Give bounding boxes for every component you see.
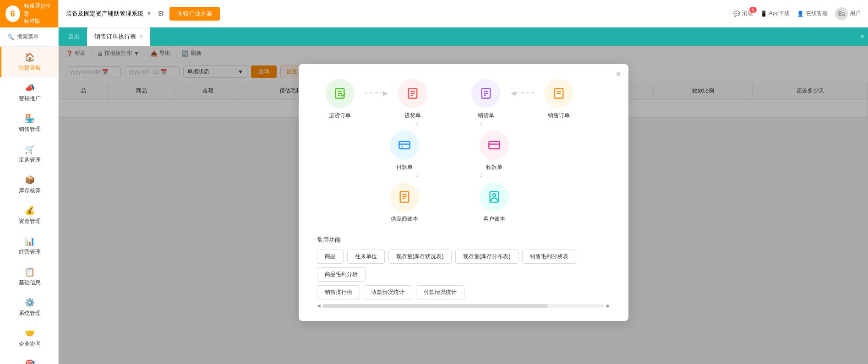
- function-buttons-row2: 销售排行榜 收款情况统计 付款情况统计: [317, 285, 610, 299]
- main-area: 装备及固定资产辅助管理系统 ▼ ⚙ 体验行业方案 💬 消息 5 📱 App下载 …: [59, 0, 868, 364]
- experience-button[interactable]: 体验行业方案: [169, 7, 220, 21]
- logo-text: 畅康通好生意 标准版: [24, 2, 53, 25]
- sidebar-item-inventory[interactable]: 📦 库存核算: [0, 169, 58, 200]
- basic-icon: 📋: [25, 267, 35, 277]
- svg-rect-8: [399, 141, 409, 149]
- sidebar-item-enterprise[interactable]: 🤝 企业协同: [0, 323, 58, 353]
- func-btn-8[interactable]: 付款情况统计: [416, 285, 464, 299]
- close-all-tabs[interactable]: ×: [860, 33, 864, 41]
- sidebar-search[interactable]: 🔍 搜索菜单: [0, 27, 58, 47]
- sidebar-item-finance[interactable]: 💰 资金管理: [0, 200, 58, 231]
- sidebar-item-basic[interactable]: 📋 基础信息: [0, 261, 58, 292]
- topbar-actions: 💬 消息 5 📱 App下载 👤 在线客服 Ea 用户: [733, 7, 861, 20]
- tab-close-icon[interactable]: ×: [140, 33, 143, 40]
- sidebar: 6 畅康通好生意 标准版 🔍 搜索菜单 🏠 快捷导航 📣 营销推广 🏪: [0, 0, 59, 364]
- system-icon: ⚙️: [25, 298, 35, 308]
- func-btn-0[interactable]: 商品: [317, 250, 344, 264]
- flow-diagram: 进货订单 ▶: [317, 79, 610, 223]
- message-icon: 💬: [733, 11, 740, 17]
- sidebar-item-system[interactable]: ⚙️ 系统管理: [0, 292, 58, 323]
- sales-bill-icon: [471, 79, 501, 108]
- func-btn-6[interactable]: 销售排行榜: [317, 285, 360, 299]
- finance-icon: 💰: [25, 206, 35, 216]
- payment-bill-icon: ¥: [390, 130, 419, 160]
- tab-home[interactable]: 首页: [60, 27, 87, 46]
- user-avatar: Ea: [835, 7, 848, 20]
- sidebar-nav: 🏠 快捷导航 📣 营销推广 🏪 销售管理 🛒 采购管理 📦 库存核算 💰: [0, 47, 58, 364]
- settings-button[interactable]: ⚙: [158, 9, 164, 18]
- operation-icon: 📊: [25, 236, 35, 246]
- svg-point-25: [492, 194, 496, 197]
- flow-popup: ×: [299, 64, 628, 321]
- purchase-icon: 🛒: [25, 144, 35, 154]
- scroll-thumb: [322, 304, 548, 308]
- quick-nav-icon: 🏠: [25, 52, 35, 62]
- popup-overlay: ×: [59, 46, 868, 364]
- sales-icon: 🏪: [25, 114, 35, 124]
- newbie-icon: 🎯: [25, 359, 35, 364]
- popup-scrollbar[interactable]: ◀ ▶: [317, 303, 610, 308]
- flow-purchase-bill[interactable]: 进货单: [390, 79, 436, 120]
- app-download-action[interactable]: 📱 App下载: [760, 10, 790, 17]
- tab-sales-order[interactable]: 销售订单执行表 ×: [87, 27, 150, 46]
- receipt-bill-icon: [480, 130, 509, 160]
- inventory-icon: 📦: [25, 175, 35, 185]
- func-btn-3[interactable]: 现存量(库存分布表): [455, 250, 519, 264]
- service-icon: 👤: [797, 11, 804, 17]
- scroll-right-arrow[interactable]: ▶: [606, 303, 610, 308]
- message-badge: 5: [749, 7, 757, 13]
- sidebar-item-marketing[interactable]: 📣 营销推广: [0, 77, 58, 108]
- flow-receipt-bill[interactable]: 收款单: [471, 130, 517, 171]
- flow-sales-bill[interactable]: 销货单: [463, 79, 509, 120]
- app-logo: 6 畅康通好生意 标准版: [0, 0, 58, 27]
- sidebar-item-quick-nav[interactable]: 🏠 快捷导航: [0, 47, 58, 77]
- arrow-order-to-bill: ▶: [365, 89, 388, 109]
- supplier-ledger-icon: [390, 182, 419, 212]
- flow-payment-bill[interactable]: ¥ 付款单: [382, 130, 427, 171]
- topbar: 装备及固定资产辅助管理系统 ▼ ⚙ 体验行业方案 💬 消息 5 📱 App下载 …: [59, 0, 868, 27]
- search-icon: 🔍: [7, 34, 14, 40]
- system-title[interactable]: 装备及固定资产辅助管理系统 ▼: [66, 10, 152, 18]
- scroll-left-arrow[interactable]: ◀: [317, 303, 321, 308]
- common-functions-title: 常用功能: [317, 236, 610, 244]
- user-action[interactable]: Ea 用户: [835, 7, 861, 20]
- flow-customer-ledger[interactable]: 客户账本: [471, 182, 517, 223]
- func-btn-7[interactable]: 收款情况统计: [364, 285, 412, 299]
- func-btn-2[interactable]: 现存量(库存状况表): [388, 250, 452, 264]
- sidebar-item-purchase[interactable]: 🛒 采购管理: [0, 139, 58, 169]
- flow-supplier-ledger[interactable]: 供应商账本: [382, 182, 427, 223]
- download-icon: 📱: [760, 11, 767, 17]
- flow-purchase-order[interactable]: 进货订单: [317, 79, 363, 120]
- dropdown-icon: ▼: [146, 10, 152, 17]
- svg-text:¥: ¥: [401, 145, 403, 148]
- online-service-action[interactable]: 👤 在线客服: [797, 10, 828, 17]
- func-btn-1[interactable]: 往来单位: [347, 250, 385, 264]
- svg-rect-22: [489, 141, 499, 149]
- common-functions: 常用功能 商品 往来单位 现存量(库存状况表) 现存量(库存分布表) 销售毛利分…: [317, 236, 610, 299]
- popup-close-button[interactable]: ×: [616, 70, 621, 79]
- sidebar-item-operation[interactable]: 📊 经营管理: [0, 231, 58, 261]
- sidebar-item-sales[interactable]: 🏪 销售管理: [0, 108, 58, 139]
- search-menu-button[interactable]: 🔍 搜索菜单: [4, 31, 55, 43]
- enterprise-icon: 🤝: [25, 328, 35, 338]
- purchase-bill-icon: [398, 79, 427, 108]
- function-buttons: 商品 往来单位 现存量(库存状况表) 现存量(库存分布表) 销售毛利分析表 商品…: [317, 250, 610, 282]
- func-btn-5[interactable]: 商品毛利分析: [317, 267, 366, 282]
- sidebar-item-newbie[interactable]: 🎯 新手引导: [0, 353, 58, 364]
- customer-ledger-icon: [480, 182, 509, 212]
- tabbar: 首页 销售订单执行表 × ×: [59, 27, 868, 46]
- func-btn-4[interactable]: 销售毛利分析表: [522, 250, 576, 264]
- purchase-order-icon: [325, 79, 355, 108]
- marketing-icon: 📣: [25, 83, 35, 93]
- logo-icon: 6: [5, 5, 20, 22]
- content-area: ❓ 帮助 🖨 按模板打印 ▼ 📤 导出 🔄 刷新: [59, 46, 868, 364]
- flow-sales-order[interactable]: 销售订单: [536, 79, 582, 120]
- message-action[interactable]: 💬 消息 5: [733, 10, 753, 17]
- sales-order-icon: [544, 79, 573, 108]
- scroll-track: [322, 304, 605, 308]
